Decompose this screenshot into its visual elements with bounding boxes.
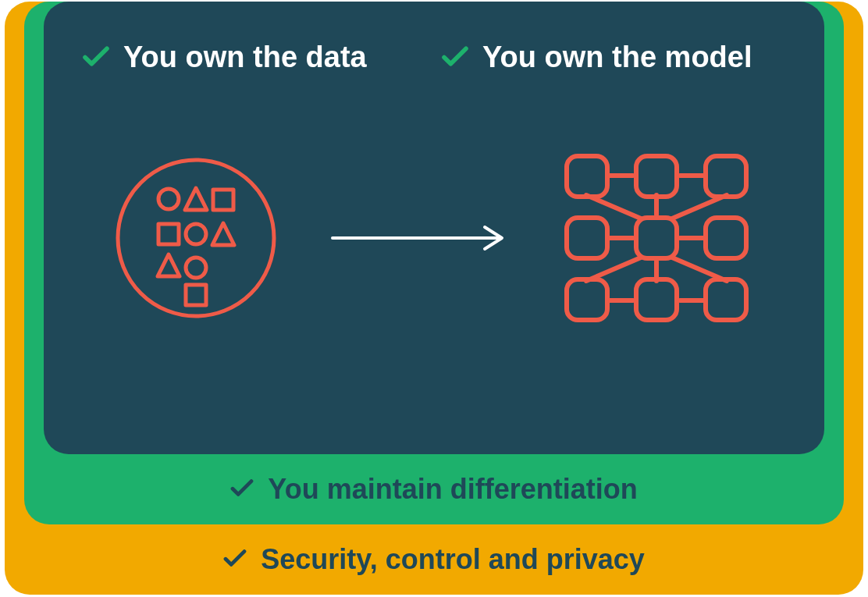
svg-rect-31 xyxy=(706,279,746,320)
headline-row: You own the data You own the model xyxy=(83,41,785,74)
diagram-row xyxy=(83,137,785,339)
svg-rect-27 xyxy=(636,218,677,258)
check-icon xyxy=(223,549,247,570)
headline-own-model-text: You own the model xyxy=(482,41,752,74)
svg-marker-2 xyxy=(185,188,207,210)
footer-differentiation-text: You maintain differentiation xyxy=(268,473,637,506)
headline-own-model: You own the model xyxy=(442,41,785,74)
footer-security-text: Security, control and privacy xyxy=(261,543,644,576)
svg-point-8 xyxy=(186,258,206,278)
svg-rect-28 xyxy=(706,218,746,258)
svg-rect-3 xyxy=(213,190,233,210)
layer-main: You own the data You own the model xyxy=(44,2,824,454)
arrow-right-icon xyxy=(329,222,508,254)
svg-rect-9 xyxy=(186,285,206,305)
check-icon xyxy=(230,478,254,500)
svg-rect-4 xyxy=(158,224,179,244)
svg-rect-25 xyxy=(706,156,746,197)
check-icon xyxy=(442,45,468,70)
svg-rect-30 xyxy=(636,279,677,320)
headline-own-data-text: You own the data xyxy=(123,41,367,74)
svg-rect-26 xyxy=(567,218,607,258)
svg-rect-24 xyxy=(636,156,677,197)
svg-marker-7 xyxy=(158,254,180,276)
check-icon xyxy=(83,45,109,70)
svg-rect-29 xyxy=(567,279,607,320)
svg-point-0 xyxy=(118,160,274,316)
svg-point-1 xyxy=(158,189,179,209)
footer-security-item: Security, control and privacy xyxy=(223,543,644,576)
data-shapes-icon xyxy=(110,152,282,324)
svg-rect-23 xyxy=(567,156,607,197)
footer-differentiation-item: You maintain differentiation xyxy=(230,473,637,506)
headline-own-data: You own the data xyxy=(83,41,426,74)
neural-network-icon xyxy=(555,137,758,339)
svg-point-5 xyxy=(186,224,206,244)
svg-marker-6 xyxy=(212,223,234,245)
